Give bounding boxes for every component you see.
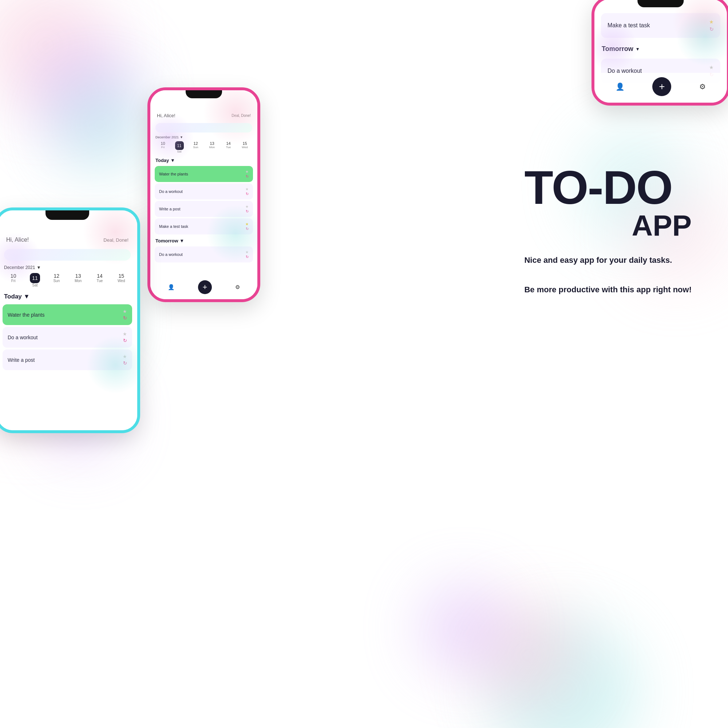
left-cal-day-4[interactable]: 14 Tue: [93, 273, 106, 287]
brand-todo-text: TO-DO: [524, 164, 691, 211]
center-bottom-nav: 👤 + ⚙: [150, 277, 257, 299]
left-today-label: Today: [4, 293, 22, 300]
notch-top-right: [637, 0, 684, 7]
center-settings-icon[interactable]: ⚙: [235, 284, 240, 291]
center-refresh-workout: ↻: [246, 192, 249, 196]
phone-center: Hi, Alice! Deal, Done! December 2021 ▼ 1…: [147, 87, 260, 302]
bg-blob-pink-br: [473, 601, 583, 710]
left-cal-day-5[interactable]: 15 Wed: [115, 273, 127, 287]
center-task-icons-water: ★ ↻: [245, 170, 249, 178]
center-task-workout[interactable]: Do a workout ★ ↻: [155, 184, 253, 199]
bg-blob-purple-br: [419, 583, 509, 673]
brand-app-text: APP: [524, 211, 691, 240]
center-cal-name-3: Mon: [209, 145, 215, 149]
tr-bottom-nav: 👤 + ⚙: [594, 73, 727, 102]
left-cal-name-4: Tue: [97, 279, 103, 283]
bg-blob-teal-br: [491, 619, 637, 728]
brand-description-2: Be more productive with this app right n…: [524, 284, 691, 295]
screen-blob-2: [594, 21, 638, 72]
center-star-workout: ★: [245, 187, 249, 191]
center-task-tomorrow-name: Do a workout: [159, 252, 183, 257]
center-cal-name-5: Wed: [242, 145, 248, 149]
left-refresh-water: ↻: [123, 315, 127, 321]
tr-add-icon: +: [659, 81, 665, 92]
center-add-icon: +: [203, 283, 208, 292]
screen-blob-3: [676, 8, 727, 66]
left-cal-name-5: Wed: [118, 279, 125, 283]
center-task-icons-workout: ★ ↻: [245, 187, 249, 196]
left-task-name-water: Water the plants: [8, 312, 44, 318]
center-star-water: ★: [245, 170, 249, 174]
center-task-name-post: Write a post: [159, 207, 180, 211]
screen-top-right: Make a test task ★ ↻ Tomorrow ▼ Do a wor…: [594, 0, 727, 102]
screen-c-blob-2: [150, 112, 194, 163]
screen-c-blob-3: [206, 205, 257, 263]
center-task-name-test: Make a test task: [159, 224, 188, 229]
screen-l-blob-3: [86, 336, 137, 394]
center-task-name-water: Water the plants: [159, 172, 188, 176]
left-cal-day-3[interactable]: 13 Mon: [72, 273, 84, 287]
left-cal-name-1: Sat: [32, 283, 37, 287]
bg-blob-pink-tl: [0, 0, 109, 109]
left-cal-day-2[interactable]: 12 Sun: [50, 273, 63, 287]
left-cal-num-2: 12: [54, 273, 60, 279]
tr-person-icon[interactable]: 👤: [616, 82, 625, 91]
tr-settings-icon[interactable]: ⚙: [699, 82, 706, 91]
center-task-water[interactable]: Water the plants ★ ↻: [155, 166, 253, 182]
center-person-icon[interactable]: 👤: [168, 284, 175, 291]
screen-left: Hi, Alice! Deal, Done! December 2021 ▼ 1…: [0, 210, 137, 430]
left-search-bar[interactable]: [4, 249, 131, 261]
left-cal-num-5: 15: [119, 273, 124, 279]
left-today-header: Today ▼: [0, 290, 137, 303]
left-star-water: ★: [123, 309, 127, 314]
center-cal-num-2: 12: [193, 141, 198, 145]
center-search-bar[interactable]: [155, 123, 252, 133]
center-task-name-workout: Do a workout: [159, 189, 183, 194]
screen-c-blob-1: [203, 90, 257, 145]
left-today-arrow: ▼: [24, 293, 30, 300]
left-task-icons-water: ★ ↻: [123, 309, 127, 321]
left-task-name-post: Write a post: [8, 357, 35, 363]
center-add-button[interactable]: +: [198, 280, 212, 294]
screen-center: Hi, Alice! Deal, Done! December 2021 ▼ 1…: [150, 90, 257, 299]
bg-blob-purple-tl: [29, 37, 138, 145]
brand-section: TO-DO APP Nice and easy app for your dai…: [524, 164, 691, 295]
left-cal-name-3: Mon: [75, 279, 81, 283]
tr-add-button[interactable]: +: [652, 77, 671, 96]
notch-left: [46, 210, 89, 220]
left-cal-name-2: Sun: [53, 279, 60, 283]
notch-center: [186, 90, 222, 98]
center-cal-name-4: Tue: [226, 145, 231, 149]
left-task-water[interactable]: Water the plants ★ ↻: [3, 304, 132, 325]
bg-blob-teal-tl: [55, 80, 145, 171]
center-refresh-water: ↻: [246, 174, 249, 178]
phone-top-right: Make a test task ★ ↻ Tomorrow ▼ Do a wor…: [592, 0, 728, 106]
center-tomorrow-label: Tomorrow: [155, 238, 178, 243]
left-task-name-workout: Do a workout: [8, 335, 37, 340]
left-cal-num-3: 13: [75, 273, 81, 279]
phone-left: Hi, Alice! Deal, Done! December 2021 ▼ 1…: [0, 208, 140, 433]
brand-description-1: Nice and easy app for your daily tasks.: [524, 255, 691, 266]
left-cal-num-4: 14: [97, 273, 102, 279]
